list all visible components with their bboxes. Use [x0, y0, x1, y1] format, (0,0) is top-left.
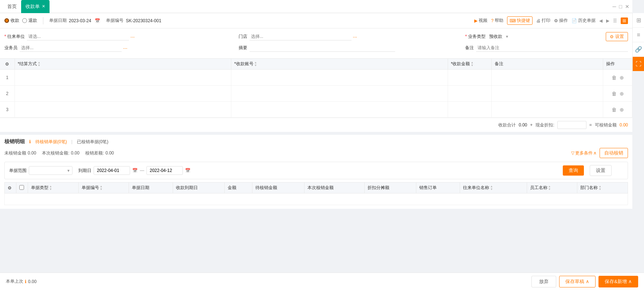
row-1-delete-icon[interactable]: 🗑	[612, 75, 617, 81]
row-1-note[interactable]	[491, 70, 603, 86]
date-separator: —	[140, 168, 144, 173]
query-btn[interactable]: 查询	[563, 165, 584, 176]
row-3-note[interactable]	[491, 102, 603, 118]
row-1-settlement[interactable]	[15, 70, 231, 86]
row-2-copy-icon[interactable]: ⊕	[620, 91, 624, 97]
nav-right-icon[interactable]: ▶	[606, 18, 609, 23]
salesman-field: 业务员 ···	[4, 44, 231, 52]
counterpart-input[interactable]	[27, 33, 129, 40]
row-1-copy-icon[interactable]: ⊕	[620, 75, 624, 81]
select-all-checkbox[interactable]	[19, 185, 24, 190]
row-1-account[interactable]	[231, 70, 448, 86]
bt-due-date-col: 收款到期日	[173, 183, 225, 193]
counterpart-more-icon[interactable]: ···	[130, 34, 135, 40]
date-to-input[interactable]	[146, 166, 183, 175]
note-label: 备注	[458, 45, 476, 51]
grid-icon[interactable]: ⊞	[621, 17, 628, 24]
shortcut-btn[interactable]: ⌨ 快捷键	[507, 16, 533, 25]
bt-checkbox-col	[16, 183, 28, 193]
date-from-input[interactable]	[94, 166, 130, 175]
salesman-more-icon[interactable]: ···	[123, 45, 127, 51]
tab-receipt[interactable]: 收款单 ✕	[21, 0, 50, 13]
store-more-icon[interactable]: ···	[353, 34, 357, 40]
help-btn[interactable]: ? 帮助	[491, 17, 503, 24]
chevron-up-icon: ∧	[593, 150, 597, 156]
table-account-col: *收款账号 ▲▼	[231, 59, 448, 70]
settlement-sort[interactable]: ▲▼	[38, 61, 40, 67]
bt-date-col: 单据日期	[129, 183, 173, 193]
table-body: 1 🗑 ⊕ 2	[0, 70, 632, 118]
row-3-amount[interactable]	[448, 102, 491, 118]
date-from-icon[interactable]: 📅	[132, 168, 138, 173]
help-icon: ?	[491, 18, 494, 23]
verify-toolbar: ▽ 更多条件 ∧ 自动核销	[120, 148, 628, 158]
discount-label: 现金折扣:	[535, 122, 554, 128]
settings-btn[interactable]: ⚙ 设置	[606, 32, 628, 41]
summary-input[interactable]	[250, 44, 395, 52]
nav-left-icon[interactable]: ◀	[599, 18, 602, 23]
summary-field: 摘要	[231, 44, 458, 52]
equals-sign: =	[589, 122, 592, 128]
business-type-chevron[interactable]: ▼	[505, 35, 509, 39]
discount-input[interactable]	[557, 121, 586, 129]
close-btn[interactable]: ✕	[625, 4, 629, 9]
bt-pending-col: 待核销金额	[252, 183, 305, 193]
row-3-copy-icon[interactable]: ⊕	[620, 107, 624, 113]
row-3-delete-icon[interactable]: 🗑	[612, 107, 617, 113]
done-tab[interactable]: 已核销单据(0笔)	[77, 139, 109, 145]
row-2-delete-icon[interactable]: 🗑	[612, 91, 617, 97]
row-3-account[interactable]	[231, 102, 448, 118]
refund-radio[interactable]: 退款	[22, 17, 37, 24]
menu-icon[interactable]: ☰	[613, 18, 617, 23]
range-select[interactable]	[29, 166, 72, 175]
row-1-amount[interactable]	[448, 70, 491, 86]
amount-sort[interactable]: ▲▼	[471, 61, 474, 67]
receipt-radio[interactable]: 收款	[4, 17, 19, 24]
receipt-refund-toggle: 收款 退款	[4, 17, 37, 24]
table-settings-col[interactable]: ⚙	[0, 59, 15, 70]
bt-current-col: 本次核销金额	[304, 183, 364, 193]
bt-settings-col[interactable]: ⚙	[5, 183, 16, 193]
history-btn[interactable]: 📄 历史单据	[572, 17, 596, 24]
diff-stat: 核销差额: 0.00	[85, 150, 114, 156]
verify-info-icon[interactable]: ℹ	[29, 139, 31, 144]
row-2-amount[interactable]	[448, 86, 491, 102]
auto-verify-btn[interactable]: 自动核销	[600, 148, 628, 158]
form-row-2: 业务员 ··· 摘要 备注	[4, 44, 628, 52]
account-sort[interactable]: ▲▼	[254, 61, 257, 67]
calendar-icon[interactable]: 📅	[95, 18, 100, 23]
store-input[interactable]	[250, 33, 352, 40]
number-sort[interactable]: ▲▼	[100, 185, 103, 191]
tab-home[interactable]: 首页	[3, 0, 21, 13]
salesman-input[interactable]	[20, 44, 122, 52]
employee-sort[interactable]: ▲▼	[548, 185, 551, 191]
list-icon[interactable]: ≡	[633, 28, 644, 42]
maximize-btn[interactable]: □	[619, 4, 622, 9]
salesman-label: 业务员	[4, 45, 20, 51]
verify-header: 核销明细 ℹ 待核销单据(0笔) | 已核销单据(0笔)	[4, 138, 628, 145]
date-to-icon[interactable]: 📅	[185, 168, 191, 173]
type-sort[interactable]: ▲▼	[49, 185, 52, 191]
table-icon[interactable]: ⊞	[633, 13, 644, 28]
history-icon: 📄	[572, 18, 577, 23]
attachment-icon[interactable]: 🔗	[633, 42, 644, 57]
number-label: 单据编号	[106, 17, 123, 24]
more-conditions-btn[interactable]: ▽ 更多条件 ∧	[571, 150, 597, 156]
minimize-btn[interactable]: ─	[613, 4, 616, 9]
row-3-settlement[interactable]	[15, 102, 231, 118]
tab-receipt-close[interactable]: ✕	[42, 4, 45, 9]
row-2-settlement[interactable]	[15, 86, 231, 102]
print-btn[interactable]: 🖨 打印	[536, 17, 550, 24]
operations-btn[interactable]: ⚙ 操作	[554, 17, 568, 24]
pending-tab[interactable]: 待核销单据(0笔)	[35, 139, 67, 145]
row-2-note[interactable]	[491, 86, 603, 102]
counterpart-sort[interactable]: ▲▼	[490, 185, 493, 191]
row-2-account[interactable]	[231, 86, 448, 102]
plus-sign: +	[530, 122, 533, 128]
expand-icon[interactable]: ⛶	[633, 57, 644, 71]
note-input[interactable]	[476, 44, 628, 52]
video-btn[interactable]: ▶ 视频	[474, 17, 487, 24]
setup-btn[interactable]: 设置	[590, 165, 612, 176]
table-settlement-col: *结算方式 ▲▼	[15, 59, 231, 70]
dept-sort[interactable]: ▲▼	[598, 185, 601, 191]
